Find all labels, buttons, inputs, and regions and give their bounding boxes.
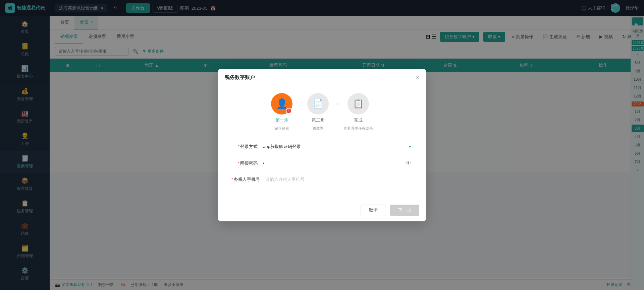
dialog-form: 登录方式 app获取验证码登录 ▾ 网报密码 👁 办税人手机: [231, 142, 413, 184]
tax-digital-dialog: 税务数字账户 × 👤 ! 第一步 完善账密 →: [218, 69, 426, 221]
dialog-close-button[interactable]: ×: [416, 74, 419, 80]
dialog-body: 👤 ! 第一步 完善账密 → 📄 第二步 去取票 →: [218, 85, 426, 199]
password-eye-icon[interactable]: 👁: [406, 160, 411, 166]
net-password-input-wrap: 👁: [262, 159, 413, 168]
dialog-title: 税务数字账户: [225, 74, 255, 81]
step-1-icon-wrap: 👤 !: [271, 93, 292, 115]
dialog-footer: 取消 下一步: [218, 199, 426, 221]
step-2-label: 第二步: [312, 117, 325, 123]
dialog-overlay: 税务数字账户 × 👤 ! 第一步 完善账密 →: [0, 0, 644, 290]
taxpayer-phone-field: 办税人手机号: [231, 175, 413, 184]
step-3: 📋 完成 查看具体任务结果: [343, 93, 373, 131]
step-2-icon: 📄: [313, 98, 323, 109]
step-arrow-2: →: [333, 93, 339, 107]
taxpayer-phone-label: 办税人手机号: [231, 176, 264, 183]
step-1: 👤 ! 第一步 完善账密: [271, 93, 292, 131]
step-1-icon: 👤: [276, 98, 288, 109]
login-method-select[interactable]: app获取验证码登录 ▾: [262, 142, 413, 152]
login-method-field: 登录方式 app获取验证码登录 ▾: [231, 142, 413, 152]
dialog-header: 税务数字账户 ×: [218, 69, 426, 85]
net-password-label: 网报密码: [231, 160, 262, 166]
login-method-value: app获取验证码登录: [263, 144, 301, 150]
net-password-input[interactable]: [262, 159, 413, 168]
login-method-label: 登录方式: [231, 144, 262, 150]
step-3-label: 完成: [354, 117, 363, 123]
step-3-icon: 📋: [353, 98, 364, 109]
taxpayer-phone-input[interactable]: [264, 175, 413, 184]
step-1-badge: !: [286, 108, 292, 114]
net-password-field: 网报密码 👁: [231, 159, 413, 168]
step-2-icon-wrap: 📄: [307, 93, 329, 115]
next-button[interactable]: 下一步: [390, 205, 419, 216]
step-2-sub: 去取票: [313, 126, 324, 131]
step-1-sub: 完善账密: [274, 126, 289, 131]
step-3-icon-wrap: 📋: [347, 93, 369, 115]
step-1-label: 第一步: [275, 117, 288, 123]
login-method-dropdown-icon: ▾: [409, 144, 411, 149]
step-3-sub: 查看具体任务结果: [343, 126, 373, 131]
step-2: 📄 第二步 去取票: [307, 93, 329, 131]
cancel-button[interactable]: 取消: [361, 205, 386, 216]
steps: 👤 ! 第一步 完善账密 → 📄 第二步 去取票 →: [231, 93, 413, 131]
step-arrow-1: →: [297, 93, 303, 107]
